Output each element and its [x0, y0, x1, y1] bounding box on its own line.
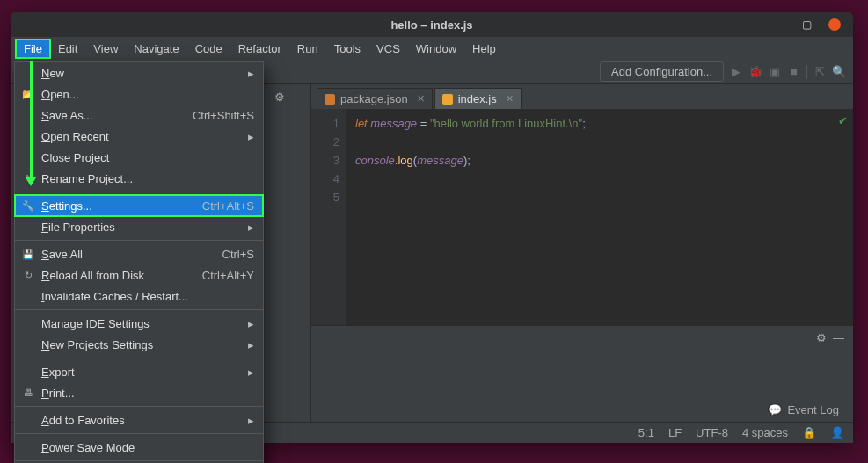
- menu-item-label: Add to Favorites: [41, 414, 125, 427]
- file-menu-item[interactable]: ↻Reload All from DiskCtrl+Alt+Y: [15, 264, 263, 286]
- file-menu-item[interactable]: 💾Save AllCtrl+S: [15, 243, 263, 264]
- line-gutter: 1 2 3 4 5: [311, 109, 346, 325]
- json-file-icon: [325, 94, 335, 105]
- close-tab-icon[interactable]: ✕: [417, 93, 425, 105]
- menu-tools[interactable]: Tools: [326, 40, 368, 58]
- js-file-icon: [442, 94, 453, 105]
- menu-item-label: New Projects Settings: [41, 338, 153, 351]
- menu-item-icon: ↻: [22, 270, 34, 281]
- inspection-ok-icon: ✔: [838, 114, 848, 127]
- menu-refactor[interactable]: Refactor: [230, 40, 289, 58]
- file-menu-item[interactable]: Power Save Mode: [15, 437, 263, 458]
- search-icon[interactable]: 🔍: [832, 65, 846, 79]
- file-menu-item[interactable]: Manage IDE Settings▸: [15, 313, 263, 334]
- submenu-arrow-icon: ▸: [248, 414, 254, 427]
- menu-item-icon: 🔧: [22, 200, 34, 212]
- menu-item-shortcut: Ctrl+Shift+S: [193, 109, 254, 122]
- file-menu-item[interactable]: File Properties▸: [15, 216, 263, 237]
- file-menu-item[interactable]: New▸: [15, 62, 263, 83]
- menu-item-label: Close Project: [41, 151, 109, 164]
- menu-edit[interactable]: Edit: [50, 40, 85, 58]
- editor-area: package.json ✕ index.js ✕ 1 2 3 4 5 let …: [311, 84, 853, 422]
- menu-item-label: New: [41, 67, 64, 80]
- annotation-arrow: [30, 61, 33, 184]
- hide-icon[interactable]: —: [292, 90, 303, 104]
- menu-item-label: Invalidate Caches / Restart...: [41, 290, 188, 303]
- line-separator[interactable]: LF: [668, 426, 682, 439]
- menu-item-label: Open...: [41, 88, 79, 101]
- file-menu-item[interactable]: 🖶Print...: [15, 382, 263, 403]
- file-menu-item[interactable]: 🔧Settings...Ctrl+Alt+S: [15, 195, 263, 216]
- menu-item-shortcut: Ctrl+S: [222, 248, 254, 261]
- submenu-arrow-icon: ▸: [248, 365, 254, 379]
- submenu-arrow-icon: ▸: [248, 67, 254, 80]
- menu-item-shortcut: Ctrl+Alt+Y: [202, 269, 254, 282]
- menu-item-label: Power Save Mode: [41, 441, 135, 454]
- tab-package-json[interactable]: package.json ✕: [317, 88, 433, 109]
- menu-item-icon: 🖶: [22, 387, 34, 398]
- file-menu-item[interactable]: Open Recent▸: [15, 126, 263, 147]
- minimize-icon[interactable]: ─: [772, 18, 784, 31]
- file-encoding[interactable]: UTF-8: [696, 426, 728, 439]
- debug-icon[interactable]: 🐞: [748, 65, 762, 79]
- code-text[interactable]: let message = "hello world from LinuxHin…: [346, 109, 853, 325]
- menu-window[interactable]: Window: [408, 40, 464, 58]
- menu-run[interactable]: Run: [289, 40, 326, 58]
- menu-navigate[interactable]: Navigate: [126, 40, 186, 58]
- file-menu-item[interactable]: Save As...Ctrl+Shift+S: [15, 105, 263, 126]
- tab-index-js[interactable]: index.js ✕: [434, 88, 522, 109]
- menu-item-label: Open Recent: [41, 130, 109, 143]
- stop-icon[interactable]: ■: [787, 65, 801, 79]
- add-configuration-button[interactable]: Add Configuration...: [600, 61, 724, 82]
- menu-item-label: Reload All from Disk: [41, 269, 144, 282]
- menu-view[interactable]: View: [85, 40, 126, 58]
- editor-tabs: package.json ✕ index.js ✕: [311, 84, 853, 109]
- menu-item-label: Save All: [41, 248, 83, 261]
- menu-item-icon: 💾: [22, 249, 34, 260]
- window-title: hello – index.js: [11, 18, 853, 32]
- menu-item-shortcut: Ctrl+Alt+S: [202, 199, 254, 213]
- submenu-arrow-icon: ▸: [248, 317, 254, 330]
- file-menu-dropdown: New▸📂Open...Save As...Ctrl+Shift+SOpen R…: [14, 61, 264, 463]
- inspector-icon[interactable]: 👤: [830, 426, 844, 439]
- file-menu-item[interactable]: 📂Open...: [15, 83, 263, 105]
- close-tab-icon[interactable]: ✕: [506, 93, 514, 105]
- expand-icon[interactable]: ⇱: [813, 65, 827, 79]
- code-editor[interactable]: 1 2 3 4 5 let message = "hello world fro…: [311, 109, 853, 325]
- file-menu-item[interactable]: ✎Rename Project...: [15, 168, 263, 189]
- menu-help[interactable]: Help: [464, 40, 504, 58]
- submenu-arrow-icon: ▸: [248, 338, 254, 351]
- menu-item-label: Settings...: [41, 199, 92, 213]
- lock-icon[interactable]: 🔒: [802, 426, 816, 439]
- run-icon[interactable]: ▶: [729, 65, 743, 79]
- titlebar: hello – index.js ─ ▢: [11, 12, 853, 37]
- submenu-arrow-icon: ▸: [248, 130, 254, 143]
- submenu-arrow-icon: ▸: [248, 221, 254, 234]
- menu-item-label: Manage IDE Settings: [41, 317, 150, 330]
- menu-item-label: Export: [41, 365, 75, 379]
- gear-icon[interactable]: ⚙ —: [816, 331, 844, 344]
- menu-item-label: Print...: [41, 387, 75, 400]
- file-menu-item[interactable]: Invalidate Caches / Restart...: [15, 286, 263, 307]
- menu-vcs[interactable]: VCS: [368, 40, 408, 58]
- caret-position[interactable]: 5:1: [638, 426, 654, 439]
- event-log-button[interactable]: 💬 Event Log: [762, 402, 844, 418]
- file-menu-item[interactable]: New Projects Settings▸: [15, 334, 263, 355]
- event-log-icon: 💬: [768, 403, 782, 416]
- file-menu-item[interactable]: Close Project: [15, 147, 263, 168]
- menu-item-label: Rename Project...: [41, 172, 133, 185]
- menu-item-label: File Properties: [41, 221, 115, 234]
- tab-label: package.json: [340, 92, 408, 105]
- menu-item-label: Save As...: [41, 109, 93, 122]
- menu-file[interactable]: File: [16, 40, 50, 58]
- maximize-icon[interactable]: ▢: [800, 18, 813, 31]
- gear-icon[interactable]: ⚙: [274, 90, 285, 104]
- tab-label: index.js: [458, 92, 497, 105]
- file-menu-item[interactable]: Export▸: [15, 361, 263, 382]
- menu-code[interactable]: Code: [187, 40, 230, 58]
- menubar: File Edit View Navigate Code Refactor Ru…: [11, 37, 853, 60]
- close-icon[interactable]: [828, 18, 841, 31]
- coverage-icon[interactable]: ▣: [768, 65, 782, 79]
- file-menu-item[interactable]: Add to Favorites▸: [15, 409, 263, 430]
- indent-setting[interactable]: 4 spaces: [742, 426, 788, 439]
